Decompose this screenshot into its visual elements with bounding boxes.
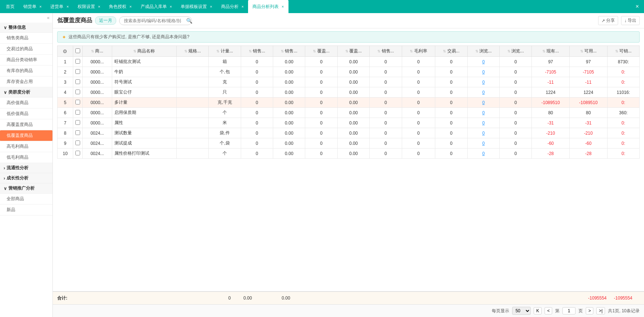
cell-browse1[interactable]: 0	[467, 108, 499, 118]
sidebar-group-liquidity[interactable]: › 流通性分析	[0, 163, 52, 173]
sidebar-group-marketing[interactable]: ∨ 营销推广分析	[0, 183, 52, 194]
nav-doc-template-close[interactable]: ×	[210, 0, 212, 13]
nav-product-analysis-list[interactable]: 商品分析列表 ×	[248, 0, 288, 13]
table-row: 7 0000... 属性 米 0 0.00 0 0.00 0 0 0 0 0 -…	[58, 118, 640, 128]
cell-checkbox[interactable]	[73, 67, 82, 77]
sidebar-item-all-goods[interactable]: 全部商品	[0, 194, 52, 205]
nav-permissions[interactable]: 权限设置 ×	[73, 0, 105, 13]
select-all-checkbox[interactable]	[75, 48, 80, 53]
cell-browse1[interactable]: 0	[467, 98, 499, 108]
th-name: ⇅ 商品名称	[112, 46, 176, 57]
sidebar-group-class-analysis[interactable]: ∨ 类群度分析	[0, 87, 52, 98]
row-checkbox[interactable]	[75, 100, 80, 104]
cell-browse1[interactable]: 0	[467, 57, 499, 67]
nav-close-all[interactable]: ×	[632, 3, 643, 10]
sidebar-item-low-coverage[interactable]: 低覆盖度商品	[0, 130, 52, 141]
cell-num: 7	[58, 118, 73, 128]
footer-last-btn[interactable]: >|	[596, 307, 605, 314]
cell-checkbox[interactable]	[73, 138, 82, 148]
cell-num: 5	[58, 98, 73, 108]
cell-current: -7105	[532, 67, 570, 77]
cell-name: 多计量	[112, 98, 176, 108]
cell-checkbox[interactable]	[73, 77, 82, 87]
chevron-down-icon5: ∨	[4, 186, 7, 191]
nav-sales-close[interactable]: ×	[39, 0, 42, 13]
sidebar-item-high-value[interactable]: 高价值商品	[0, 98, 52, 108]
nav-doc-template[interactable]: 单据模板设置 ×	[176, 0, 216, 13]
row-checkbox[interactable]	[75, 130, 80, 135]
sidebar-item-sales-goods[interactable]: 销售类商品	[0, 33, 52, 44]
cell-trade: 0	[435, 148, 467, 159]
row-checkbox[interactable]	[75, 90, 80, 94]
row-checkbox[interactable]	[75, 120, 80, 125]
cell-code: 0000...	[82, 77, 112, 87]
sidebar-item-low-value[interactable]: 低价值商品	[0, 108, 52, 119]
share-button[interactable]: ↗ 分享	[598, 16, 618, 25]
cell-checkbox[interactable]	[73, 57, 82, 67]
nav-product-inbound[interactable]: 产成品入库单 ×	[136, 0, 176, 13]
th-settings[interactable]: ⚙	[58, 46, 73, 57]
cell-browse1[interactable]: 0	[467, 148, 499, 159]
row-checkbox[interactable]	[75, 151, 80, 155]
footer-per-page-select[interactable]: 50 20 100 200	[512, 307, 531, 315]
cell-checkbox[interactable]	[73, 118, 82, 128]
nav-product-inbound-close[interactable]: ×	[170, 0, 172, 13]
sidebar-group-growth[interactable]: › 成长性分析	[0, 173, 52, 183]
footer-first-btn[interactable]: K	[534, 307, 542, 314]
sidebar-item-traded-goods[interactable]: 交易过的商品	[0, 44, 52, 55]
nav-role-auth[interactable]: 角色授权 ×	[105, 0, 136, 13]
nav-role-auth-close[interactable]: ×	[129, 0, 131, 13]
sidebar-item-high-coverage[interactable]: 高覆盖度商品	[0, 119, 52, 130]
sidebar-item-category-sales-rate[interactable]: 商品分类动销率	[0, 55, 52, 66]
cell-browse1[interactable]: 0	[467, 87, 499, 98]
nav-product-analysis[interactable]: 商品分析 ×	[217, 0, 248, 13]
sidebar-group-overall[interactable]: ∨ 整体信息	[0, 23, 52, 33]
sidebar-item-inventory-capital[interactable]: 库存资金占用	[0, 76, 52, 87]
sidebar-item-in-stock[interactable]: 有库存的商品	[0, 66, 52, 76]
nav-sales[interactable]: 销货单 ×	[19, 0, 46, 13]
sidebar-item-high-margin[interactable]: 高毛利商品	[0, 141, 52, 152]
footer-prev-btn[interactable]: <	[545, 307, 552, 314]
cell-checkbox[interactable]	[73, 98, 82, 108]
nav-product-analysis-close[interactable]: ×	[242, 0, 244, 13]
cell-coverage2: 0.00	[337, 138, 369, 148]
footer-page-end-label: 页	[578, 308, 583, 314]
nav-home[interactable]: 首页	[1, 0, 19, 13]
sidebar-item-low-margin[interactable]: 低毛利商品	[0, 152, 52, 163]
footer-page-input[interactable]	[562, 307, 576, 314]
cell-checkbox[interactable]	[73, 128, 82, 138]
row-checkbox[interactable]	[75, 59, 80, 64]
nav-permissions-close[interactable]: ×	[98, 0, 100, 13]
sort-icon: ⇅	[91, 49, 94, 53]
cell-code: 0000...	[82, 57, 112, 67]
nav-purchase[interactable]: 进货单 ×	[46, 0, 73, 13]
cell-name: 测试提成	[112, 138, 176, 148]
export-button[interactable]: ↓ 导出	[621, 16, 640, 25]
cell-checkbox[interactable]	[73, 87, 82, 98]
cell-browse1[interactable]: 0	[467, 128, 499, 138]
cell-browse1[interactable]: 0	[467, 138, 499, 148]
row-checkbox[interactable]	[75, 69, 80, 74]
sort-icon9: ⇅	[377, 49, 380, 53]
row-checkbox[interactable]	[75, 140, 80, 145]
nav-product-analysis-list-close[interactable]: ×	[282, 0, 284, 13]
cell-checkbox[interactable]	[73, 148, 82, 159]
sidebar-item-new-goods[interactable]: 新品	[0, 205, 52, 215]
nav-purchase-close[interactable]: ×	[66, 0, 68, 13]
cell-current: 97	[532, 57, 570, 67]
search-input[interactable]	[119, 16, 192, 25]
cell-browse1[interactable]: 0	[467, 67, 499, 77]
th-browse1: ⇅ 浏览...	[467, 46, 499, 57]
row-checkbox[interactable]	[75, 110, 80, 115]
cell-browse1[interactable]: 0	[467, 118, 499, 128]
search-icon[interactable]: 🔍	[186, 18, 192, 24]
cell-sales-x: 0	[370, 118, 402, 128]
cell-checkbox[interactable]	[73, 108, 82, 118]
sidebar-collapse-btn[interactable]: «	[0, 13, 52, 23]
row-checkbox[interactable]	[75, 79, 80, 84]
cell-unit: 米	[209, 118, 241, 128]
sidebar: « ∨ 整体信息 销售类商品 交易过的商品 商品分类动销率 有库存的商品 库存资…	[0, 13, 53, 317]
period-tag-btn[interactable]: 近一月	[95, 16, 116, 25]
footer-next-btn[interactable]: >	[586, 307, 593, 314]
cell-browse1[interactable]: 0	[467, 77, 499, 87]
